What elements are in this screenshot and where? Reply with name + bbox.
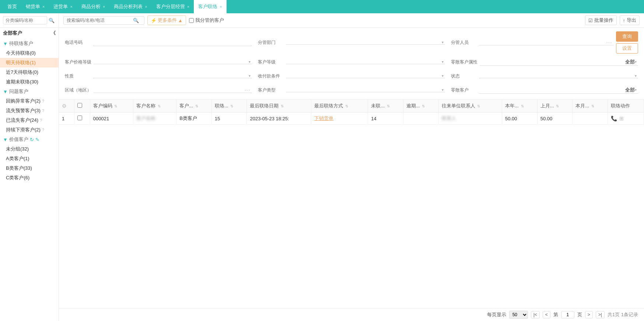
col-code: 客户编码 ⇅ xyxy=(90,100,133,113)
filter-payment: 收付款条件 ▾ xyxy=(258,70,445,82)
filter-retail-customer: 零散客户 全部 ▾ xyxy=(451,84,638,96)
grid-action-icon[interactable]: ⊞ xyxy=(619,115,624,121)
filter-gender: 性质 ▾ xyxy=(65,70,252,82)
sidebar-item-ungrouped[interactable]: 未分组(32) xyxy=(0,144,59,154)
retail-customer-select[interactable]: 全部 ▾ xyxy=(479,87,638,94)
person-select[interactable]: ··· xyxy=(479,40,614,45)
filter-area: 电话号码 分管部门 ▾ 分管人员 ··· 查询 设置 xyxy=(59,28,644,100)
customer-table: ⚙ 客户编码 ⇅ 客户名称 ⇅ 客户... ⇅ 联络... ⇅ 最后联络日期 ⇅… xyxy=(59,100,644,125)
gender-select[interactable]: ▾ xyxy=(93,74,252,78)
phone-input[interactable] xyxy=(93,39,252,46)
sidebar-item-7days-contact[interactable]: 近7天待联络(0) xyxy=(0,68,59,77)
settings-btn[interactable]: 设置 xyxy=(616,43,638,54)
col-unit-contact: 往来单位联系人 ⇅ xyxy=(438,100,502,113)
sidebar-search-icon[interactable]: 🔍 xyxy=(49,18,55,23)
query-btn[interactable]: 查询 xyxy=(616,31,638,42)
close-sales-order-icon[interactable]: × xyxy=(42,4,45,9)
search-input[interactable] xyxy=(67,18,133,23)
col-this-year: 本年... ⇅ xyxy=(502,100,538,113)
nav-purchase-order[interactable]: 进货单 × xyxy=(49,0,77,13)
toolbar: 🔍 ⚡ 更多条件 ▲ 我分管的客户 ☑ 批量操作 ↑ 导出 xyxy=(59,13,644,28)
export-btn[interactable]: ↑ 导出 xyxy=(620,15,640,25)
more-dots-icon: ··· xyxy=(606,40,612,45)
filter-person: 分管人员 ··· 查询 设置 xyxy=(451,31,638,54)
nav-home[interactable]: 首页 xyxy=(3,0,21,13)
batch-icon: ☑ xyxy=(588,18,593,23)
my-customers-wrap: 我分管的客户 xyxy=(189,17,224,24)
payment-select[interactable]: ▾ xyxy=(286,74,445,78)
nav-product-analysis[interactable]: 商品分析 × xyxy=(77,0,109,13)
nav-sales-order[interactable]: 销货单 × xyxy=(21,0,49,13)
refresh-icon[interactable]: ↻ xyxy=(30,137,34,142)
export-icon: ↑ xyxy=(623,18,626,23)
page-size-select[interactable]: 50 10 20 100 xyxy=(509,311,528,319)
col-action: 联络动作 xyxy=(608,100,644,113)
close-product-analysis-icon[interactable]: × xyxy=(103,4,105,9)
search-icon[interactable]: 🔍 xyxy=(133,18,139,23)
col-checkbox[interactable] xyxy=(74,100,90,113)
status-down-icon: ▾ xyxy=(635,74,637,78)
customer-price-select[interactable]: ▾ xyxy=(94,60,252,64)
col-this-month: 本月... ⇅ xyxy=(573,100,608,113)
nav-customer-segmentation[interactable]: 客户分层经营 × xyxy=(152,0,194,13)
customer-level-select[interactable]: ▾ xyxy=(286,60,445,64)
sidebar-item-declining[interactable]: 持续下滑客户(2) ? xyxy=(0,125,59,135)
dept-select[interactable]: ▾ xyxy=(286,40,445,45)
select-all-checkbox[interactable] xyxy=(77,103,82,108)
nav-customer-contact[interactable]: 客户联络 × xyxy=(194,0,226,13)
phone-action-icon[interactable]: 📞 xyxy=(611,115,617,121)
cell-contacts: 15 xyxy=(211,113,247,125)
sidebar-item-today-contact[interactable]: 今天待联络(0) xyxy=(0,48,59,58)
collapse-icon[interactable]: 《 xyxy=(51,30,56,37)
sidebar-search-input[interactable] xyxy=(3,16,47,24)
content-area: 🔍 ⚡ 更多条件 ▲ 我分管的客户 ☑ 批量操作 ↑ 导出 xyxy=(59,13,644,321)
page-input[interactable] xyxy=(561,311,574,318)
sidebar-item-a-class[interactable]: A类客户(1) xyxy=(0,154,59,163)
last-page-btn[interactable]: >| xyxy=(596,311,605,318)
close-customer-contact-icon[interactable]: × xyxy=(220,4,222,9)
chevron-up-icon: ▲ xyxy=(178,18,183,23)
col-last-date: 最后联络日期 ⇅ xyxy=(247,100,311,113)
nav-product-analysis-list[interactable]: 商品分析列表 × xyxy=(109,0,151,13)
cell-last-month: 50.00 xyxy=(537,113,573,125)
cell-checkbox[interactable] xyxy=(74,113,90,125)
region-select[interactable]: ··· xyxy=(94,87,252,93)
next-page-btn[interactable]: > xyxy=(585,311,593,318)
more-filter-btn[interactable]: ⚡ 更多条件 ▲ xyxy=(147,15,186,25)
first-page-btn[interactable]: |< xyxy=(531,311,540,318)
customer-type-select[interactable]: ▾ xyxy=(286,88,445,92)
sidebar-item-churned[interactable]: 已流失客户(24) ? xyxy=(0,115,59,125)
col-last-method: 最后联络方式 ⇅ xyxy=(311,100,368,113)
sidebar: 🔍 全部客户 《 ▼ 待联络客户 今天待联络(0) 明天待联络(1) 近7天待联… xyxy=(0,13,59,321)
sidebar-item-repurchase-abnormal[interactable]: 回购异常客户(2) ? xyxy=(0,96,59,106)
cell-un-contact: 14 xyxy=(368,113,403,125)
sidebar-item-overdue-contact[interactable]: 逾期未联络(30) xyxy=(0,77,59,87)
close-product-analysis-list-icon[interactable]: × xyxy=(145,4,147,9)
retail-attr-select[interactable]: 全部 ▾ xyxy=(480,59,638,66)
batch-op-btn[interactable]: ☑ 批量操作 xyxy=(585,15,617,25)
col-gear[interactable]: ⚙ xyxy=(59,100,74,113)
filter-phone: 电话号码 xyxy=(65,31,252,54)
filter-customer-type: 客户类型 ▾ xyxy=(258,84,445,96)
status-select[interactable]: ▾ xyxy=(479,74,638,78)
prev-page-btn[interactable]: < xyxy=(543,311,550,318)
col-last-month: 上月... ⇅ xyxy=(537,100,573,113)
my-customers-checkbox[interactable] xyxy=(189,18,194,23)
gender-down-icon: ▾ xyxy=(249,74,251,78)
edit-value-icon[interactable]: ✎ xyxy=(35,137,39,142)
cell-action: 📞 ⊞ xyxy=(608,113,644,125)
row-checkbox[interactable] xyxy=(77,115,82,120)
table-area: ⚙ 客户编码 ⇅ 客户名称 ⇅ 客户... ⇅ 联络... ⇅ 最后联络日期 ⇅… xyxy=(59,100,644,308)
cell-no: 1 xyxy=(59,113,74,125)
help-icon-1: ? xyxy=(42,108,44,113)
level-down-icon: ▾ xyxy=(442,60,444,64)
sidebar-item-c-class[interactable]: C类客户(6) xyxy=(0,173,59,183)
sidebar-item-churn-warning[interactable]: 流失预警客户(3) ? xyxy=(0,106,59,115)
sidebar-item-tomorrow-contact[interactable]: 明天待联络(1) xyxy=(0,58,59,68)
close-customer-segmentation-icon[interactable]: × xyxy=(187,4,189,9)
col-type: 客户... ⇅ xyxy=(176,100,212,113)
group-value-customers: ▼ 价值客户 ↻ ✎ xyxy=(0,135,59,144)
sidebar-item-b-class[interactable]: B类客户(33) xyxy=(0,163,59,173)
close-purchase-order-icon[interactable]: × xyxy=(70,4,72,9)
cell-last-method[interactable]: 下销货单 xyxy=(311,113,368,125)
